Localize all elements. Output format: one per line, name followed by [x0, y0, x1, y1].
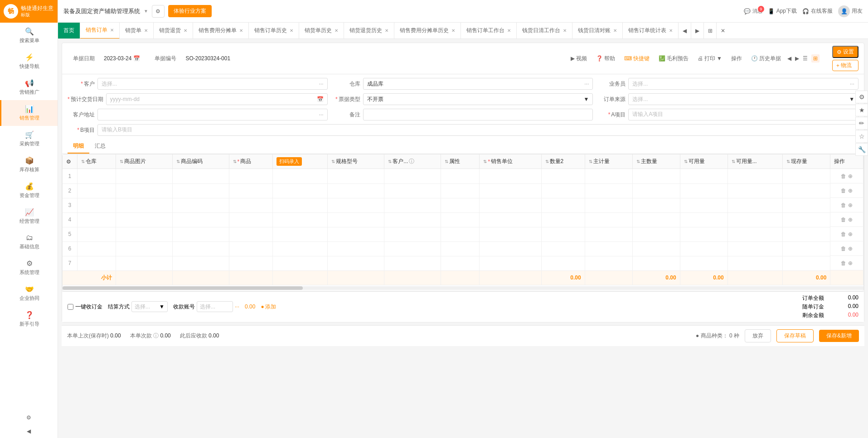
row-qty2[interactable] — [541, 169, 585, 184]
row-stock[interactable] — [783, 183, 830, 198]
rqb-2[interactable]: ★ — [855, 104, 868, 116]
row-main-qty[interactable] — [632, 198, 680, 212]
print-btn[interactable]: 🖨 打印 ▼ — [695, 54, 725, 63]
row-customer-code[interactable] — [384, 169, 441, 184]
tab-sales-return[interactable]: 销货单 ✕ — [120, 23, 154, 39]
save-draft-button[interactable]: 保存草稿 — [776, 329, 814, 342]
row-product[interactable] — [229, 227, 272, 241]
row-qty2[interactable] — [541, 198, 585, 212]
sidebar-item-search[interactable]: 🔍 搜索菜单 — [0, 23, 58, 48]
row-customer-code[interactable] — [384, 198, 441, 212]
sidebar-item-finance[interactable]: 💰 资金管理 — [0, 178, 58, 203]
row-attribute[interactable] — [441, 227, 480, 241]
row-copy-icon[interactable]: ⊕ — [848, 188, 853, 194]
app-download-btn[interactable]: 📱 App下载 — [768, 7, 797, 15]
add-logistics-btn[interactable]: + 物流 — [832, 60, 858, 71]
nav-next-icon[interactable]: ▶ — [795, 55, 799, 62]
sort-icon[interactable]: ⇅ — [636, 159, 640, 164]
list-view-icon[interactable]: ☰ — [803, 55, 808, 62]
warehouse-input[interactable]: 成品库 ··· — [363, 78, 593, 90]
row-qty2[interactable] — [541, 212, 585, 227]
row-customer-code[interactable] — [384, 183, 441, 198]
row-stock[interactable] — [783, 227, 830, 241]
row-unit[interactable] — [480, 241, 541, 256]
sort-icon[interactable]: ⇅ — [176, 159, 180, 164]
tab-prev-btn[interactable]: ◀ — [679, 23, 691, 39]
row-product-img[interactable] — [116, 241, 172, 256]
tab-close-icon[interactable]: ✕ — [451, 28, 455, 33]
calendar-icon[interactable]: 📅 — [133, 55, 140, 62]
tab-close-icon[interactable]: ✕ — [290, 28, 293, 33]
history-btn[interactable]: 🕐 历史单据 — [748, 54, 784, 63]
salesperson-input[interactable]: 选择... ··· — [628, 78, 858, 90]
row-unit[interactable] — [480, 183, 541, 198]
row-delete-icon[interactable]: 🗑 — [841, 217, 846, 223]
row-copy-icon[interactable]: ⊕ — [848, 217, 853, 223]
rqb-1[interactable]: ⚙ — [855, 91, 868, 103]
address-dots-icon[interactable]: ··· — [319, 111, 324, 118]
rqb-5[interactable]: 🔧 — [855, 143, 868, 156]
tab-close-icon[interactable]: ✕ — [669, 28, 673, 33]
topbar-settings-btn[interactable]: ⚙ — [152, 5, 165, 18]
user-avatar[interactable]: 👤 用友 — [838, 5, 863, 17]
row-stock[interactable] — [783, 198, 830, 212]
th-settings[interactable]: ⚙ — [63, 154, 77, 169]
row-warehouse[interactable] — [77, 212, 116, 227]
row-product[interactable] — [229, 241, 272, 256]
row-available[interactable] — [680, 256, 727, 270]
info-icon[interactable]: ⓘ — [409, 158, 414, 165]
receipt-dots-icon[interactable]: ··· — [235, 303, 239, 310]
row-product-code[interactable] — [172, 198, 229, 212]
sidebar-collapse-btn[interactable]: ◀ — [0, 424, 58, 438]
sort-icon[interactable]: ⇅ — [331, 159, 335, 164]
row-product-img[interactable] — [116, 183, 172, 198]
scrollbar-thumb[interactable] — [63, 286, 303, 290]
tab-daily-account[interactable]: 钱货日清对账 ✕ — [572, 23, 623, 39]
row-delete-icon[interactable]: 🗑 — [841, 188, 846, 194]
row-available2[interactable] — [727, 227, 783, 241]
row-available2[interactable] — [727, 212, 783, 227]
row-available[interactable] — [680, 241, 727, 256]
sidebar-item-guide[interactable]: ❓ 新手引导 — [0, 306, 58, 332]
row-spec[interactable] — [328, 212, 384, 227]
row-unit[interactable] — [480, 198, 541, 212]
row-product-code[interactable] — [172, 227, 229, 241]
row-delete-icon[interactable]: 🗑 — [841, 245, 846, 252]
row-scan[interactable] — [272, 227, 328, 241]
row-available2[interactable] — [727, 183, 783, 198]
row-available2[interactable] — [727, 169, 783, 184]
row-main-qty[interactable] — [632, 183, 680, 198]
row-copy-icon[interactable]: ⊕ — [848, 202, 853, 208]
sidebar-item-marketing[interactable]: 📢 营销推广 — [0, 74, 58, 100]
sidebar-item-quick[interactable]: ⚡ 快捷导航 — [0, 48, 58, 74]
sort-icon[interactable]: ⇅ — [545, 159, 549, 164]
rqb-3[interactable]: ✏ — [855, 117, 868, 130]
row-attribute[interactable] — [441, 169, 480, 184]
row-stock[interactable] — [783, 169, 830, 184]
row-product-img[interactable] — [116, 227, 172, 241]
row-product-code[interactable] — [172, 183, 229, 198]
tab-sales-order-history[interactable]: 销售订单历史 ✕ — [249, 23, 299, 39]
sidebar-item-sales[interactable]: 📊 销售管理 — [0, 100, 58, 126]
tab-close-icon[interactable]: ✕ — [507, 28, 511, 33]
calendar2-icon[interactable]: 📅 — [317, 96, 324, 102]
row-available[interactable] — [680, 198, 727, 212]
row-product[interactable] — [229, 198, 272, 212]
row-available[interactable] — [680, 169, 727, 184]
sort-icon[interactable]: ⇅ — [589, 159, 592, 164]
row-available[interactable] — [680, 183, 727, 198]
save-new-button[interactable]: 保存&新增 — [819, 330, 859, 342]
row-scan[interactable] — [272, 241, 328, 256]
discard-button[interactable]: 放弃 — [745, 329, 771, 342]
b-project-input[interactable]: 请输入B项目 — [97, 124, 858, 136]
row-available[interactable] — [680, 227, 727, 241]
order-source-select[interactable]: 选择... ▼ — [628, 93, 858, 105]
row-main-unit[interactable] — [585, 212, 632, 227]
row-unit[interactable] — [480, 227, 541, 241]
row-product-img[interactable] — [116, 198, 172, 212]
tab-sales-stat[interactable]: 销售订单统计表 ✕ — [623, 23, 679, 39]
tab-close-all-btn[interactable]: ✕ — [717, 23, 729, 39]
sort-icon[interactable]: ⇅ — [388, 159, 392, 164]
row-main-qty[interactable] — [632, 241, 680, 256]
remark-input[interactable] — [363, 109, 593, 120]
